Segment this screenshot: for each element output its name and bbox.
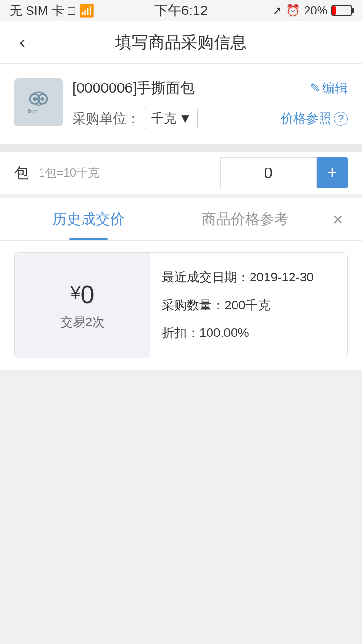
- price-amount: ¥0: [71, 280, 95, 309]
- price-card: ¥0 交易2次 最近成交日期：2019-12-30 采购数量：200千克 折扣：…: [14, 252, 348, 358]
- qty-hint: 1包=10千克: [39, 165, 99, 181]
- qty-plus-button[interactable]: +: [317, 157, 348, 188]
- product-info-header: [0000006]手撕面包 ✎ 编辑: [72, 78, 348, 98]
- page-title: 填写商品采购信息: [115, 31, 247, 54]
- product-unit-row: 采购单位： 千克 ▼ 价格参照 ?: [72, 108, 348, 129]
- page-header: ‹ 填写商品采购信息: [0, 21, 362, 64]
- status-signal: 无 SIM 卡 □ 📶: [10, 2, 94, 19]
- back-button[interactable]: ‹: [14, 28, 30, 57]
- unit-select[interactable]: 千克 ▼: [145, 108, 198, 129]
- qty-unit-label: 包: [14, 163, 29, 183]
- location-icon: ↗: [272, 4, 282, 17]
- battery-icon: [331, 5, 352, 16]
- status-time: 下午6:12: [154, 1, 208, 20]
- edit-button[interactable]: ✎ 编辑: [310, 80, 348, 97]
- currency-symbol: ¥: [71, 283, 81, 303]
- qty-row: 采购数量：200千克: [162, 295, 335, 316]
- tab-bar: 历史成交价 商品价格参考 ×: [0, 198, 362, 241]
- svg-point-2: [33, 97, 37, 101]
- discount-row: 折扣：100.00%: [162, 323, 335, 343]
- product-name: [0000006]手撕面包: [72, 78, 195, 98]
- gray-divider: [0, 144, 362, 152]
- main-content-bg: [0, 370, 362, 644]
- product-thumbnail: 数计: [14, 78, 63, 126]
- qty-value: 0: [264, 164, 273, 182]
- tab-price-reference[interactable]: 商品价格参考: [167, 198, 323, 240]
- product-info: [0000006]手撕面包 ✎ 编辑 采购单位： 千克 ▼ 价格参照 ?: [72, 78, 348, 129]
- qty-controls: 0 +: [220, 157, 348, 188]
- unit-label: 采购单位：: [72, 110, 140, 128]
- quantity-section: 包 1包=10千克 0 +: [0, 152, 362, 194]
- help-icon: ?: [334, 112, 348, 126]
- alarm-icon: ⏰: [286, 4, 300, 17]
- tab-history-price[interactable]: 历史成交价: [10, 198, 167, 240]
- price-ref-button[interactable]: 价格参照 ?: [281, 110, 348, 127]
- product-row: 数计 [0000006]手撕面包 ✎ 编辑 采购单位： 千克 ▼: [14, 78, 348, 129]
- tab-section: 历史成交价 商品价格参考 × ¥0 交易2次 最近成交日期：2019-12-30…: [0, 198, 362, 370]
- tab-close-button[interactable]: ×: [323, 205, 352, 234]
- svg-text:数计: 数计: [28, 108, 38, 113]
- edit-icon: ✎: [310, 81, 320, 96]
- status-bar: 无 SIM 卡 □ 📶 下午6:12 ↗ ⏰ 20%: [0, 0, 362, 21]
- latest-date-row: 最近成交日期：2019-12-30: [162, 267, 335, 288]
- qty-input[interactable]: 0: [220, 157, 317, 188]
- unit-selector-group: 采购单位： 千克 ▼: [72, 108, 198, 129]
- price-card-right: 最近成交日期：2019-12-30 采购数量：200千克 折扣：100.00%: [150, 253, 347, 358]
- price-card-left: ¥0 交易2次: [15, 253, 150, 358]
- dropdown-icon: ▼: [179, 111, 192, 126]
- svg-point-3: [41, 97, 44, 101]
- battery-percent: 20%: [304, 4, 327, 17]
- price-card-container: ¥0 交易2次 最近成交日期：2019-12-30 采购数量：200千克 折扣：…: [0, 241, 362, 370]
- product-thumb-icon: 数计: [24, 85, 53, 120]
- status-right: ↗ ⏰ 20%: [272, 4, 352, 17]
- price-trades: 交易2次: [60, 314, 105, 331]
- product-section: 数计 [0000006]手撕面包 ✎ 编辑 采购单位： 千克 ▼: [0, 64, 362, 144]
